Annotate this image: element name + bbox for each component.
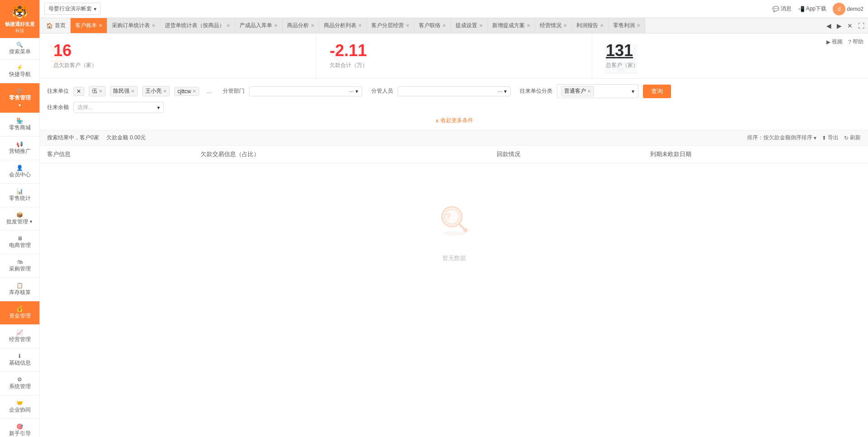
export-btn[interactable]: ⬆ 导出 [822,134,839,142]
filter-tag-wang-close[interactable]: ✕ [163,89,167,94]
sidebar-item-enterprise[interactable]: 🤝 企业协同 [0,395,39,419]
tab-close-customer-contact[interactable]: ✕ [442,23,446,28]
topbar-selector[interactable]: 母婴行业演示帐套 ▾ [44,3,101,15]
stat-debt-amount: ✦ -2.11 欠款合计（万） [316,33,592,78]
sidebar-item-inventory[interactable]: 📋 库存核算 [0,278,39,301]
tab-new-raise-plan[interactable]: 新增提成方案 ✕ [488,18,535,33]
ecommerce-icon: 🖥 [4,235,36,242]
sidebar-item-basic-info[interactable]: ℹ 基础信息 [0,348,39,372]
sidebar-item-retail-stats[interactable]: 📊 零售统计 [0,184,39,207]
data-table: 客户信息 欠款交易信息（占比） 回款情况 到期未欧款日期 [40,146,868,299]
video-icon: ▶ [826,39,830,45]
sidebar-item-retail-mgmt[interactable]: 🛒 零售管理 ▼ [0,83,39,113]
tab-close-business-status[interactable]: ✕ [563,23,567,28]
tab-purchase-order-stats[interactable]: 采购订单统计表 ✕ [107,18,160,33]
sidebar-item-marketing[interactable]: 📢 营销推广 [0,137,39,160]
tab-close-inbound-stats[interactable]: ✕ [226,23,230,28]
stats-header-right: ▶ 视频 ? 帮助 [826,38,863,46]
empty-state: ? 暂无数据 [40,163,868,299]
tab-close-customer-accounts[interactable]: ✕ [99,23,102,28]
filter-tag-wu-close[interactable]: ✕ [99,89,102,94]
sidebar-item-search[interactable]: 🔍 搜索菜单 [0,38,39,60]
no-data-svg: ? [434,200,475,240]
tab-home[interactable]: 🏠 首页 [42,18,71,33]
chevron-down-dept: ▾ [355,88,358,95]
unit-classify-tag-close[interactable]: ✕ [587,89,591,94]
tab-inbound-stats[interactable]: 进货单统计表（按商品） ✕ [160,18,235,33]
dept-filter-label: 分管部门 [223,87,245,95]
sidebar-item-purchase[interactable]: 🛍 采购管理 [0,254,39,278]
tab-close-profit-report[interactable]: ✕ [600,23,604,28]
collapse-btn[interactable]: ∧ 收起更多条件 [47,117,861,124]
sidebar-item-retail-mall[interactable]: 🏪 零售商城 [0,113,39,137]
person-filter-select[interactable]: ··· ▾ [398,86,511,96]
user-avatar[interactable]: d demo2 [833,3,863,15]
video-btn[interactable]: ▶ 视频 [826,38,843,46]
sidebar-item-finance[interactable]: 💰 资金管理 [0,301,39,325]
quick-nav-icon: ⚡ [4,64,36,71]
filter-tag-chen-close[interactable]: ✕ [131,89,134,94]
chevron-down-icon: ▼ [18,103,22,108]
sidebar-item-member-center[interactable]: 👤 会员中心 [0,160,39,184]
balance-filter-select[interactable]: 选择... ▾ [73,102,164,113]
system-icon: ⚙ [4,376,36,383]
sidebar-logo[interactable]: 🐯 畅捷通好生意 标版 [0,0,39,38]
results-summary: 搜索结果中，客户0家 欠款金额 0.00元 [47,134,146,142]
table-body: ? 暂无数据 [40,163,868,299]
filter-tag-cjttcw-close[interactable]: ✕ [192,89,196,94]
tab-customer-accounts[interactable]: 客户账本 ✕ [71,18,107,33]
tab-close-new-raise-plan[interactable]: ✕ [527,23,530,28]
tab-prev-btn[interactable]: ◀ [825,21,833,30]
tab-next-btn[interactable]: ▶ [835,21,844,30]
tab-customer-contact[interactable]: 客户联络 ✕ [414,18,451,33]
sidebar: 🐯 畅捷通好生意 标版 🔍 搜索菜单 ⚡ 快捷导航 🛒 零售管理 ▼ 🏪 零售商… [0,0,40,437]
tab-close-customer-segment[interactable]: ✕ [406,23,409,28]
app-download-btn[interactable]: 📲 App下载 [798,5,826,13]
retail-mall-icon: 🏪 [4,118,36,124]
tab-close-product-inbound[interactable]: ✕ [274,23,278,28]
tab-retail-profit[interactable]: 零售利润 ✕ [609,18,645,33]
chevron-down-balance: ▾ [157,104,160,111]
help-btn[interactable]: ? 帮助 [848,38,863,46]
filter-more-btn[interactable]: ... [204,87,214,95]
refresh-btn[interactable]: ↻ 刷新 [844,134,861,142]
purchase-icon: 🛍 [4,259,36,265]
dept-select-more: ··· [349,88,354,95]
unit-classify-select[interactable]: 普通客户 ✕ ▾ [557,84,638,98]
tabbar-controls: ◀ ▶ ✕ ⛶ [825,21,866,30]
tab-product-analysis-list[interactable]: 商品分析列表 ✕ [319,18,367,33]
sidebar-item-quick-nav[interactable]: ⚡ 快捷导航 [0,60,39,83]
operations-icon: 📈 [4,329,36,336]
topbar-right: 💬 消息 📲 App下载 d demo2 [772,3,863,15]
enterprise-icon: 🤝 [4,400,36,406]
tab-profit-report[interactable]: 利润报告 ✕ [572,18,609,33]
balance-placeholder: 选择... [77,104,155,111]
tab-close-product-analysis[interactable]: ✕ [311,23,314,28]
tab-close-all-btn[interactable]: ✕ [845,21,854,30]
dept-filter-select[interactable]: ··· ▾ [249,86,362,96]
tab-fullscreen-btn[interactable]: ⛶ [856,21,866,30]
sidebar-item-guide[interactable]: 🎯 新手引导 [0,419,39,437]
sidebar-item-system[interactable]: ⚙ 系统管理 [0,372,39,395]
tab-product-analysis[interactable]: 商品分析 ✕ [283,18,319,33]
tab-close-raise-settings[interactable]: ✕ [479,23,483,28]
unit-filter-label: 往来单位 [47,87,69,95]
tab-close-product-analysis-list[interactable]: ✕ [358,23,362,28]
table-header-row: 客户信息 欠款交易信息（占比） 回款情况 到期未欧款日期 [40,146,868,163]
sort-select[interactable]: 排序：按欠款金额倒序排序 ▾ [747,134,816,142]
sidebar-item-ecommerce[interactable]: 🖥 电商管理 [0,231,39,254]
tab-close-retail-profit[interactable]: ✕ [637,23,640,28]
stat-bg-icon-3: 🏢 [601,38,641,75]
tab-product-inbound[interactable]: 产成品入库单 ✕ [235,18,283,33]
tab-close-purchase-order-stats[interactable]: ✕ [152,23,155,28]
chevron-down-classify: ▾ [632,88,634,95]
tab-business-status[interactable]: 经营情况 ✕ [535,18,572,33]
tab-customer-segment[interactable]: 客户分层经营 ✕ [367,18,414,33]
sidebar-item-wholesale[interactable]: 📦 批发管理 ▼ [0,207,39,231]
message-btn[interactable]: 💬 消息 [772,5,791,13]
query-button[interactable]: 查询 [643,85,671,98]
sidebar-item-operations[interactable]: 📈 经营管理 [0,325,39,348]
sort-chevron-icon: ▾ [814,135,816,141]
results-bar: 搜索结果中，客户0家 欠款金额 0.00元 排序：按欠款金额倒序排序 ▾ ⬆ 导… [40,130,868,146]
tab-raise-settings[interactable]: 提成设置 ✕ [451,18,488,33]
